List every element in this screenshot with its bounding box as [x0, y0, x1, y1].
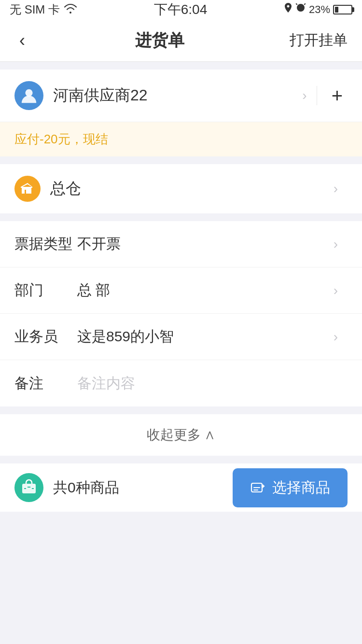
open-pending-button[interactable]: 打开挂单 — [290, 30, 348, 50]
status-left: 无 SIM 卡 — [10, 2, 77, 17]
carrier-text: 无 SIM 卡 — [10, 2, 60, 17]
salesperson-chevron-icon: › — [334, 329, 338, 345]
supplier-avatar — [14, 81, 43, 110]
wifi-icon — [64, 3, 77, 16]
department-chevron-icon: › — [334, 283, 338, 298]
department-label: 部门 — [14, 280, 77, 300]
warehouse-name: 总仓 — [50, 178, 334, 199]
battery-icon — [333, 5, 352, 14]
status-bar: 无 SIM 卡 下午6:04 23% — [0, 0, 362, 19]
page-title: 进货单 — [135, 29, 184, 52]
back-button[interactable]: ‹ — [14, 26, 30, 56]
svg-rect-3 — [28, 487, 30, 488]
nav-bar: ‹ 进货单 打开挂单 — [0, 19, 362, 62]
warehouse-card: 总仓 › — [0, 164, 362, 213]
warehouse-row[interactable]: 总仓 › — [0, 164, 362, 213]
product-count: 共0种商品 — [53, 478, 233, 498]
supplier-row[interactable]: 河南供应商22 › + — [0, 70, 362, 122]
status-right: 23% — [284, 3, 352, 16]
warehouse-chevron-icon: › — [334, 181, 338, 196]
form-section: 票据类型 不开票 › 部门 总 部 › 业务员 这是859的小智 › 备注 备注… — [0, 221, 362, 406]
remark-placeholder: 备注内容 — [77, 374, 348, 393]
alarm-icon — [295, 3, 306, 16]
invoice-type-value: 不开票 — [77, 234, 334, 254]
warehouse-icon — [14, 176, 41, 202]
content-area: 河南供应商22 › + 应付-20元，现结 总仓 › 票据类型 不开票 — [0, 70, 362, 512]
collapse-label: 收起更多 ∧ — [147, 426, 216, 444]
divider — [317, 86, 317, 105]
remark-label: 备注 — [14, 374, 77, 393]
invoice-chevron-icon: › — [334, 237, 338, 252]
svg-point-0 — [25, 89, 32, 97]
invoice-type-row[interactable]: 票据类型 不开票 › — [0, 221, 362, 267]
supplier-card: 河南供应商22 › + 应付-20元，现结 — [0, 70, 362, 156]
location-icon — [284, 3, 292, 16]
supplier-chevron-icon: › — [302, 88, 306, 103]
battery-text: 23% — [309, 3, 330, 16]
product-icon — [14, 473, 43, 502]
time-display: 下午6:04 — [154, 0, 208, 19]
salesperson-row[interactable]: 业务员 这是859的小智 › — [0, 314, 362, 360]
notice-row: 应付-20元，现结 — [0, 122, 362, 156]
svg-rect-1 — [26, 190, 29, 194]
invoice-type-label: 票据类型 — [14, 234, 77, 254]
supplier-name: 河南供应商22 — [53, 85, 302, 106]
salesperson-value: 这是859的小智 — [77, 327, 334, 347]
bottom-bar: 共0种商品 选择商品 — [0, 463, 362, 512]
notice-text: 应付-20元，现结 — [14, 132, 108, 146]
select-product-label: 选择商品 — [272, 478, 330, 498]
add-button[interactable]: + — [327, 85, 348, 107]
department-value: 总 部 — [77, 280, 334, 300]
collapse-row[interactable]: 收起更多 ∧ — [0, 414, 362, 456]
select-product-button[interactable]: 选择商品 — [233, 468, 348, 507]
remark-row[interactable]: 备注 备注内容 — [0, 360, 362, 406]
department-row[interactable]: 部门 总 部 › — [0, 267, 362, 314]
salesperson-label: 业务员 — [14, 327, 77, 347]
